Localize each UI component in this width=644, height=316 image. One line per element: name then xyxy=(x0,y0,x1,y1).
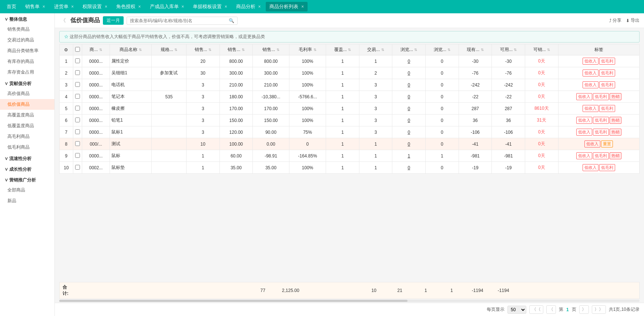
sidebar-item-sales-products[interactable]: 销售类商品 xyxy=(0,24,54,35)
row-name[interactable]: 吴细细1 xyxy=(110,67,152,79)
browse-link[interactable]: 0 xyxy=(407,165,410,170)
sidebar-group-velocity[interactable]: ∨ 流速性分析 xyxy=(0,153,54,163)
row-browse1[interactable]: 0 xyxy=(392,55,426,67)
row-checkbox[interactable] xyxy=(75,118,80,122)
nav-product-analysis[interactable]: 商品分析 × xyxy=(232,2,265,11)
th-profit-rate[interactable]: 毛利率 ⇅ xyxy=(289,44,326,55)
collapse-sidebar-btn[interactable]: 《 xyxy=(59,17,67,25)
export-btn[interactable]: ⬇ 导出 xyxy=(626,17,640,24)
browse-link[interactable]: 1 xyxy=(407,153,410,159)
row-browse1[interactable]: 0 xyxy=(392,103,426,115)
th-checkbox[interactable] xyxy=(73,44,82,55)
nav-permission[interactable]: 权限设置 × xyxy=(79,2,111,11)
row-browse1[interactable]: 0 xyxy=(392,79,426,91)
sidebar-item-low-margin[interactable]: 低毛利商品 xyxy=(0,142,54,153)
row-browse1[interactable]: 1 xyxy=(392,150,426,162)
row-name[interactable]: 鼠标垫 xyxy=(110,162,152,174)
sidebar-item-category-sales-rate[interactable]: 商品分类销售率 xyxy=(0,45,54,56)
row-checkbox[interactable] xyxy=(75,153,80,158)
row-checkbox[interactable] xyxy=(75,94,80,99)
th-sales1[interactable]: 销售... ⇅ xyxy=(219,44,253,55)
sidebar-group-contribution[interactable]: ∨ 贡献值分析 xyxy=(0,78,54,88)
select-all-checkbox[interactable] xyxy=(75,47,80,52)
th-qty[interactable]: 销售... ⇅ xyxy=(186,44,219,55)
sidebar-item-high-coverage[interactable]: 高覆盖度商品 xyxy=(0,110,54,120)
th-settings[interactable]: ⚙ xyxy=(60,44,73,55)
browse-link[interactable]: 0 xyxy=(407,94,410,99)
next-page-btn[interactable]: 〉 xyxy=(579,305,589,314)
row-browse1[interactable]: 0 xyxy=(392,67,426,79)
row-spec xyxy=(151,162,186,174)
th-code[interactable]: 商... ⇅ xyxy=(82,44,110,55)
row-browse1[interactable]: 0 xyxy=(392,91,426,103)
th-coverage[interactable]: 覆盖... ⇅ xyxy=(326,44,359,55)
th-tags[interactable]: 标签 xyxy=(558,44,639,55)
nav-role[interactable]: 角色授权 × xyxy=(113,2,145,11)
search-icon[interactable]: 🔍 xyxy=(229,18,234,23)
sidebar-item-all-products[interactable]: 全部商品 xyxy=(0,185,54,196)
th-trade[interactable]: 交易... ⇅ xyxy=(359,44,392,55)
th-browse1[interactable]: 浏览... ⇅ xyxy=(392,44,426,55)
browse-link[interactable]: 0 xyxy=(407,59,410,64)
row-checkbox[interactable] xyxy=(75,129,80,134)
browse-link[interactable]: 0 xyxy=(407,71,410,76)
sidebar-item-low-value[interactable]: 低价值商品 xyxy=(0,99,54,110)
scroll-bar[interactable] xyxy=(59,300,640,302)
row-name[interactable]: 橡皮擦 xyxy=(110,103,152,115)
th-browse2[interactable]: 浏览... ⇅ xyxy=(426,44,459,55)
sidebar-item-high-value[interactable]: 高价值商品 xyxy=(0,88,54,99)
row-name[interactable]: 测试 xyxy=(110,138,152,150)
row-name[interactable]: 铅笔1 xyxy=(110,115,152,126)
row-checkbox-cell xyxy=(73,79,82,91)
row-num: 6 xyxy=(60,115,73,126)
sidebar-item-inventory-capital[interactable]: 库存资金占用 xyxy=(0,67,54,78)
row-checkbox[interactable] xyxy=(75,82,80,87)
browse-link[interactable]: 0 xyxy=(407,82,410,88)
browse-link[interactable]: 0 xyxy=(407,130,410,135)
prev-page-btn[interactable]: 〈 xyxy=(546,305,556,314)
first-page-btn[interactable]: 〈〈 xyxy=(529,305,543,314)
th-sales2[interactable]: 销售... ⇅ xyxy=(253,44,289,55)
browse-link[interactable]: 0 xyxy=(407,118,410,123)
row-browse1[interactable]: 0 xyxy=(392,126,426,138)
browse-link[interactable]: 0 xyxy=(407,142,410,147)
nav-purchase[interactable]: 进货单 × xyxy=(50,2,78,11)
row-browse1[interactable]: 0 xyxy=(392,138,426,150)
th-saleable[interactable]: 可销... ⇅ xyxy=(525,44,558,55)
row-name[interactable]: 鼠标 xyxy=(110,150,152,162)
nav-home[interactable]: 首页 xyxy=(3,2,20,11)
sidebar-group-overall[interactable]: ∨ 整体信息 xyxy=(0,13,54,24)
row-checkbox[interactable] xyxy=(75,141,80,146)
row-name[interactable]: 鼠标1 xyxy=(110,126,152,138)
th-current-stock[interactable]: 现有... ⇅ xyxy=(459,44,492,55)
sidebar-group-growth[interactable]: ∨ 成长性分析 xyxy=(0,163,54,174)
nav-product-in[interactable]: 产成品入库单 × xyxy=(146,2,188,11)
sidebar-group-marketing[interactable]: ∨ 营销推广分析 xyxy=(0,174,54,185)
last-page-btn[interactable]: 〉〉 xyxy=(592,305,606,314)
row-checkbox[interactable] xyxy=(75,165,80,170)
filter-recent-month-btn[interactable]: 近一月 xyxy=(103,16,124,25)
row-name[interactable]: 笔记本 xyxy=(110,91,152,103)
row-browse1[interactable]: 0 xyxy=(392,115,426,126)
th-name[interactable]: 商品名称 ⇅ xyxy=(110,44,152,55)
search-input[interactable] xyxy=(130,18,227,23)
sidebar-item-new-products[interactable]: 新品 xyxy=(0,196,54,206)
row-checkbox[interactable] xyxy=(75,106,80,111)
row-checkbox[interactable] xyxy=(75,70,80,75)
sidebar-item-low-coverage[interactable]: 低覆盖度商品 xyxy=(0,120,54,131)
th-available-stock[interactable]: 可用... ⇅ xyxy=(492,44,525,55)
row-checkbox[interactable] xyxy=(75,58,80,63)
row-name[interactable]: 属性定价 xyxy=(110,55,152,67)
row-name[interactable]: 电话机 xyxy=(110,79,152,91)
share-btn[interactable]: ⤴ 分享 xyxy=(609,17,621,24)
sidebar-item-high-margin[interactable]: 高毛利商品 xyxy=(0,131,54,142)
browse-link[interactable]: 0 xyxy=(407,106,410,111)
nav-sales[interactable]: 销售单 × xyxy=(21,2,49,11)
sidebar-item-traded-products[interactable]: 交易过的商品 xyxy=(0,35,54,45)
sidebar-item-stocked-products[interactable]: 有库存的商品 xyxy=(0,56,54,67)
row-browse1[interactable]: 0 xyxy=(392,162,426,174)
nav-product-analysis-list[interactable]: 商品分析列表 × xyxy=(266,2,308,11)
per-page-select[interactable]: 50 100 200 xyxy=(507,306,526,314)
th-spec[interactable]: 规格... ⇅ xyxy=(151,44,186,55)
nav-template[interactable]: 单据模板设置 × xyxy=(189,2,231,11)
